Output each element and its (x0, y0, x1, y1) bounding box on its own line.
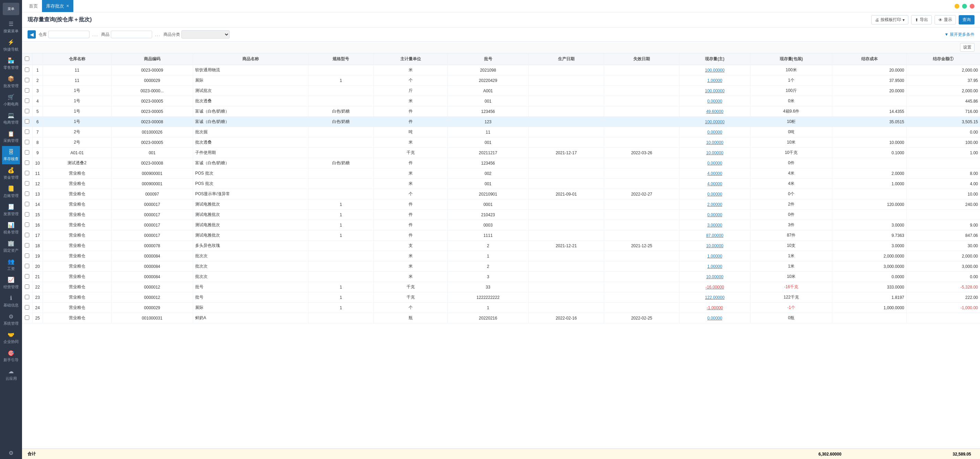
sidebar-item-basic[interactable]: ℹ基础信息 (2, 292, 20, 310)
sidebar-item-collab[interactable]: 🤝企业协同 (2, 329, 20, 347)
row-current-qty-2[interactable]: 100.00000 (679, 86, 750, 96)
sidebar-item-wholesale[interactable]: 📦批发管理 (2, 73, 20, 91)
row-current-qty-0[interactable]: 100.00000 (679, 65, 750, 75)
row-current-qty-10[interactable]: 4.00000 (679, 168, 750, 179)
query-button[interactable]: 查询 (959, 15, 975, 24)
row-checkbox-9[interactable] (22, 158, 32, 168)
row-checkbox-5[interactable] (22, 117, 32, 127)
sidebar-item-hr[interactable]: 👥工资 (2, 255, 20, 274)
row-unit-cost-13: 120.0000 (832, 199, 906, 210)
row-current-qty-4[interactable]: 49.60000 (679, 107, 750, 117)
warehouse-input[interactable] (48, 31, 89, 38)
row-prod-date-11 (528, 179, 604, 189)
sidebar-item-tax[interactable]: 📊税务管理 (2, 219, 20, 237)
row-unit-18: 米 (374, 251, 447, 261)
row-checkbox-24[interactable] (22, 313, 32, 324)
sidebar-item-ops[interactable]: 📈经营管理 (2, 274, 20, 292)
home-tab[interactable]: 首页 (25, 0, 42, 12)
sidebar-item-guide[interactable]: 🎯新手引导 (2, 347, 20, 365)
row-current-qty-24[interactable]: 0.00000 (679, 313, 750, 324)
sidebar-item-retail[interactable]: 🏪零售管理 (2, 54, 20, 73)
row-current-qty-12[interactable]: 0.00000 (679, 189, 750, 199)
close-button[interactable] (970, 4, 975, 9)
sidebar-item-quick-nav[interactable]: ⚡快捷导航 (2, 36, 20, 54)
row-current-qty-18[interactable]: 1.00000 (679, 251, 750, 261)
row-checkbox-13[interactable] (22, 199, 32, 210)
row-checkbox-18[interactable] (22, 251, 32, 261)
row-checkbox-23[interactable] (22, 303, 32, 313)
table-row: 3 1号 0023-0000... 测试批次 斤 A001 100.00000 … (22, 86, 980, 96)
row-current-qty-5[interactable]: 100.00000 (679, 117, 750, 127)
row-checkbox-1[interactable] (22, 75, 32, 86)
sidebar-item-fixed-assets[interactable]: 🏢固定资产 (2, 237, 20, 255)
row-checkbox-20[interactable] (22, 272, 32, 282)
row-checkbox-6[interactable] (22, 127, 32, 137)
row-current-qty-1[interactable]: 1.00000 (679, 75, 750, 86)
row-current-qty-17[interactable]: 10.00000 (679, 241, 750, 251)
row-checkbox-17[interactable] (22, 241, 32, 251)
row-checkbox-4[interactable] (22, 107, 32, 117)
sidebar-item-finance[interactable]: 💰资金管理 (2, 164, 20, 183)
row-current-qty-9[interactable]: 0.00000 (679, 158, 750, 168)
row-checkbox-15[interactable] (22, 220, 32, 230)
minimize-button[interactable] (955, 4, 959, 9)
row-checkbox-11[interactable] (22, 179, 32, 189)
row-current-qty-6[interactable]: 0.00000 (679, 127, 750, 137)
row-current-qty-14[interactable]: 0.00000 (679, 210, 750, 220)
row-current-qty-3[interactable]: 0.00000 (679, 96, 750, 107)
sidebar-item-inventory[interactable]: 🗄库存核查 (2, 146, 20, 164)
select-all-checkbox[interactable] (25, 56, 29, 61)
row-current-qty-19[interactable]: 1.00000 (679, 261, 750, 272)
inventory-tab[interactable]: 库存批次 ✕ (42, 0, 73, 12)
row-checkbox-7[interactable] (22, 137, 32, 148)
row-checkbox-10[interactable] (22, 168, 32, 179)
sidebar-item-system[interactable]: ⚙系统管理 (2, 311, 20, 329)
row-goods-name-12: POS显示率/涨异常 (193, 189, 308, 199)
row-checkbox-21[interactable] (22, 282, 32, 292)
row-checkbox-19[interactable] (22, 261, 32, 272)
row-checkbox-8[interactable] (22, 148, 32, 158)
row-current-qty-7[interactable]: 10.00000 (679, 137, 750, 148)
row-current-qty-8[interactable]: 10.00000 (679, 148, 750, 158)
sidebar-item-ecommerce[interactable]: 💻电商管理 (2, 109, 20, 128)
row-prod-date-24: 2022-02-16 (528, 313, 604, 324)
row-spec-18 (308, 251, 374, 261)
sidebar-item-search-menu[interactable]: ☰搜索菜单 (2, 18, 20, 36)
row-checkbox-3[interactable] (22, 96, 32, 107)
row-checkbox-14[interactable] (22, 210, 32, 220)
row-goods-name-1: 展际 (193, 75, 308, 86)
sidebar-item-purchase[interactable]: 📋采购管理 (2, 128, 20, 146)
category-select[interactable] (181, 30, 230, 38)
maximize-button[interactable] (962, 4, 967, 9)
row-current-qty-23[interactable]: -1.00000 (679, 303, 750, 313)
row-checkbox-12[interactable] (22, 189, 32, 199)
row-checkbox-2[interactable] (22, 86, 32, 96)
filter-toggle-button[interactable]: ◀ (27, 30, 36, 38)
row-current-qty-22[interactable]: 122.00000 (679, 292, 750, 303)
row-current-qty-21[interactable]: -16.00000 (679, 282, 750, 292)
sidebar-item-cloud[interactable]: ☁云应用 (2, 365, 20, 384)
row-warehouse-11: 营业粮仓 (43, 179, 111, 189)
row-checkbox-0[interactable] (22, 65, 32, 75)
expand-filter-label: ▼ 展开更多条件 (945, 32, 975, 38)
tab-close-icon[interactable]: ✕ (66, 4, 69, 8)
goods-input[interactable] (111, 31, 152, 38)
row-checkbox-22[interactable] (22, 292, 32, 303)
row-current-qty-20[interactable]: 10.00000 (679, 272, 750, 282)
row-checkbox-16[interactable] (22, 230, 32, 241)
sidebar-item-micro-shop[interactable]: 🛒小鹅电商 (2, 91, 20, 109)
show-button[interactable]: 👁 显示 (935, 15, 956, 24)
sidebar-logo[interactable]: 菜单 (3, 3, 19, 15)
row-current-qty-11[interactable]: 4.00000 (679, 179, 750, 189)
print-button[interactable]: 🖨 按模板打印 ▾ (871, 15, 908, 24)
sidebar-item-general-ledger[interactable]: 📒总账管理 (2, 183, 20, 201)
table-wrapper[interactable]: 仓库名称 商品编码 商品名称 规格型号 主计量单位 批号 生产日期 失效日期 现… (22, 53, 980, 448)
expand-filter-button[interactable]: ▼ 展开更多条件 (945, 32, 975, 38)
sidebar-item-invoice[interactable]: 🧾发票管理 (2, 201, 20, 219)
row-current-qty-13[interactable]: 2.00000 (679, 199, 750, 210)
row-current-qty-16[interactable]: 87.00000 (679, 230, 750, 241)
settings-button[interactable]: 设置 (960, 43, 975, 52)
row-current-qty-15[interactable]: 3.00000 (679, 220, 750, 230)
settings-icon[interactable]: ⚙ (0, 447, 22, 459)
export-button[interactable]: ⬆ 导出 (911, 15, 932, 24)
